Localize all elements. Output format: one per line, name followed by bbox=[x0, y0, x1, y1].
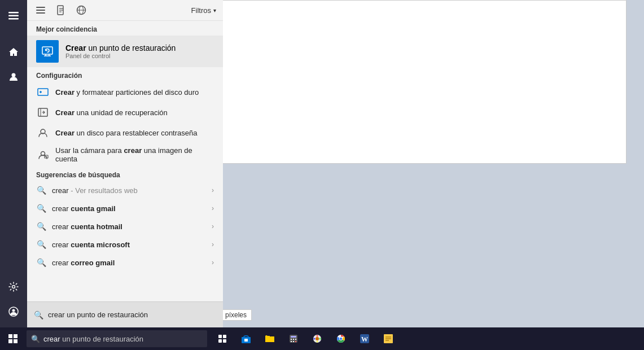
taskbar-search-text: crear un punto de restauración bbox=[43, 335, 143, 343]
sidebar-profile[interactable] bbox=[2, 65, 25, 88]
sidebar-user-circle[interactable] bbox=[2, 300, 25, 323]
start-button[interactable] bbox=[0, 327, 25, 350]
svg-rect-35 bbox=[223, 335, 226, 338]
search-input[interactable] bbox=[48, 310, 216, 319]
svg-point-29 bbox=[46, 156, 46, 157]
svg-rect-30 bbox=[8, 334, 12, 338]
best-match-highlight: Crear bbox=[65, 43, 86, 53]
config-items: Crear y formatear particiones del disco … bbox=[27, 82, 223, 167]
svg-rect-44 bbox=[293, 339, 294, 340]
svg-rect-9 bbox=[36, 12, 45, 14]
svg-rect-1 bbox=[8, 15, 19, 17]
search-bar-icon: 🔍 bbox=[34, 310, 43, 320]
svg-rect-39 bbox=[244, 339, 248, 342]
config-item-1[interactable]: Crear y formatear particiones del disco … bbox=[27, 82, 223, 102]
explorer-button[interactable] bbox=[259, 327, 281, 350]
svg-rect-32 bbox=[8, 339, 12, 343]
config-item-2[interactable]: Crear una unidad de recuperación bbox=[27, 102, 223, 123]
best-match-item[interactable]: Crear un punto de restauración Panel de … bbox=[27, 36, 223, 67]
word-button[interactable]: W bbox=[354, 327, 375, 350]
config-icon-3 bbox=[36, 126, 50, 139]
pixel-label: píxeles bbox=[220, 309, 252, 321]
svg-rect-21 bbox=[38, 89, 48, 95]
config-header: Configuración bbox=[27, 67, 223, 82]
svg-rect-8 bbox=[36, 10, 45, 11]
svg-rect-31 bbox=[14, 334, 17, 338]
svg-rect-43 bbox=[291, 339, 292, 340]
suggestion-2[interactable]: 🔍 crear cuenta gmail › bbox=[27, 199, 223, 217]
paint-button[interactable] bbox=[306, 327, 328, 350]
suggestion-2-text: crear cuenta gmail bbox=[52, 204, 116, 213]
svg-point-51 bbox=[317, 335, 318, 337]
suggestion-1-text: crear - Ver resultados web bbox=[52, 186, 138, 195]
svg-point-3 bbox=[12, 73, 16, 77]
toolbar-list-icon[interactable] bbox=[34, 3, 47, 17]
config-icon-1 bbox=[36, 85, 50, 99]
search-icon-2: 🔍 bbox=[36, 203, 46, 213]
taskbar-search-icon: 🔍 bbox=[31, 335, 40, 343]
toolbar-doc-icon[interactable] bbox=[54, 3, 68, 17]
suggestion-1[interactable]: 🔍 crear - Ver resultados web › bbox=[27, 181, 223, 199]
suggestions-list: 🔍 crear - Ver resultados web › 🔍 crear c… bbox=[27, 181, 223, 272]
best-match-subtitle: Panel de control bbox=[65, 53, 176, 59]
best-match-icon bbox=[36, 40, 59, 63]
suggestion-4[interactable]: 🔍 crear cuenta microsoft › bbox=[27, 235, 223, 253]
sidebar-settings[interactable] bbox=[2, 275, 25, 298]
svg-point-6 bbox=[12, 309, 15, 312]
suggestion-5[interactable]: 🔍 crear correo gmail › bbox=[27, 253, 223, 272]
search-icon-3: 🔍 bbox=[36, 221, 46, 231]
svg-rect-46 bbox=[291, 341, 292, 342]
toolbar-globe-icon[interactable] bbox=[75, 3, 88, 17]
suggestion-3-text: crear cuenta hotmail bbox=[52, 222, 122, 231]
svg-text:W: W bbox=[361, 335, 368, 343]
config-item-4[interactable]: Usar la cámara para crear una imagen de … bbox=[27, 143, 223, 167]
svg-rect-42 bbox=[291, 336, 296, 338]
taskbar-app-icons: W bbox=[212, 327, 399, 350]
sidebar bbox=[0, 0, 27, 327]
search-icon-5: 🔍 bbox=[36, 257, 46, 268]
sticky-notes-button[interactable] bbox=[378, 327, 399, 350]
svg-point-53 bbox=[314, 338, 316, 340]
suggestion-5-arrow: › bbox=[212, 259, 214, 266]
taskbar-search-prefix: crear bbox=[43, 335, 60, 343]
calculator-button[interactable] bbox=[283, 327, 304, 350]
taskbar: 🔍 crear un punto de restauración bbox=[0, 327, 644, 350]
task-view-button[interactable] bbox=[212, 327, 233, 350]
best-match-text: Crear un punto de restauración Panel de … bbox=[65, 43, 176, 59]
config-item-4-text: Usar la cámara para crear una imagen de … bbox=[55, 146, 214, 163]
document-area bbox=[220, 0, 627, 164]
svg-point-4 bbox=[12, 286, 15, 288]
suggestion-1-arrow: › bbox=[212, 186, 214, 194]
filter-button[interactable]: Filtros ▾ bbox=[191, 6, 216, 15]
sidebar-home[interactable] bbox=[2, 41, 25, 63]
search-toolbar: Filtros ▾ bbox=[27, 0, 223, 21]
suggestion-3[interactable]: 🔍 crear cuenta hotmail › bbox=[27, 217, 223, 235]
svg-rect-37 bbox=[223, 339, 226, 343]
config-item-1-text: Crear y formatear particiones del disco … bbox=[55, 88, 199, 97]
suggestion-3-arrow: › bbox=[212, 222, 214, 230]
filter-chevron: ▾ bbox=[213, 7, 216, 14]
svg-rect-47 bbox=[293, 341, 294, 342]
suggestion-5-text: crear correo gmail bbox=[52, 259, 115, 267]
suggestion-4-text: crear cuenta microsoft bbox=[52, 240, 130, 249]
svg-rect-33 bbox=[14, 339, 17, 343]
svg-rect-45 bbox=[295, 339, 296, 340]
store-button[interactable] bbox=[235, 327, 257, 350]
sidebar-hamburger[interactable] bbox=[2, 5, 25, 27]
search-icon-4: 🔍 bbox=[36, 239, 46, 250]
svg-rect-36 bbox=[218, 339, 222, 343]
best-match-suffix: un punto de restauración bbox=[86, 43, 176, 53]
config-item-3[interactable]: Crear un disco para restablecer contrase… bbox=[27, 123, 223, 143]
search-panel: Filtros ▾ Mejor coincidencia Crear un pu… bbox=[27, 0, 223, 327]
svg-point-57 bbox=[340, 338, 342, 340]
svg-rect-34 bbox=[218, 335, 222, 338]
chrome-button[interactable] bbox=[330, 327, 352, 350]
svg-rect-2 bbox=[8, 18, 19, 20]
svg-rect-40 bbox=[270, 336, 274, 342]
config-item-2-text: Crear una unidad de recuperación bbox=[55, 108, 168, 117]
suggestion-2-arrow: › bbox=[212, 204, 214, 212]
taskbar-search-suffix: un punto de restauración bbox=[60, 335, 143, 343]
taskbar-search-bar[interactable]: 🔍 crear un punto de restauración bbox=[27, 330, 207, 347]
suggestions-header: Sugerencias de búsqueda bbox=[27, 167, 223, 181]
svg-point-54 bbox=[317, 341, 318, 343]
